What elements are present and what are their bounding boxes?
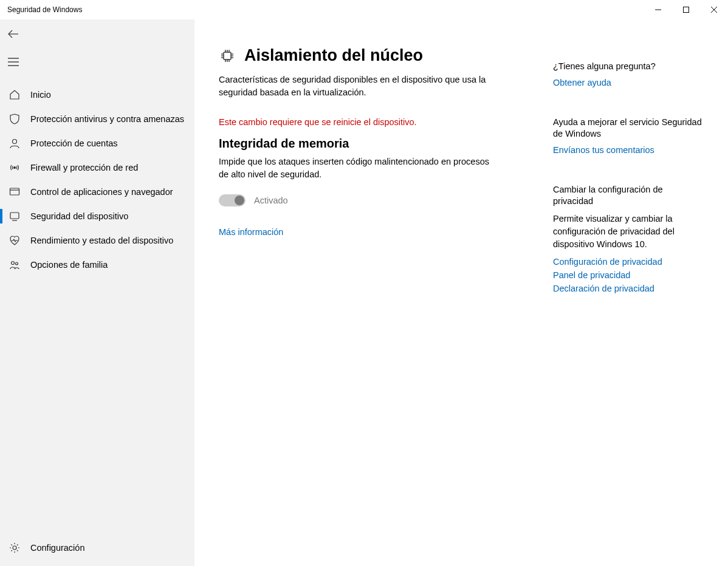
memory-integrity-toggle[interactable] [219,194,246,206]
feedback-title: Ayuda a mejorar el servicio Seguridad de… [553,117,705,140]
svg-rect-1 [684,7,689,13]
sidebar-item-family[interactable]: Opciones de familia [0,253,194,277]
window-controls [644,0,728,19]
title-bar: Seguridad de Windows [0,0,728,19]
sidebar-item-label: Inicio [30,90,51,100]
svg-rect-12 [10,213,19,219]
main-area: Aislamiento del núcleo Características d… [194,19,728,566]
get-help-link[interactable]: Obtener ayuda [553,78,705,87]
sidebar-item-appcontrol[interactable]: Control de aplicaciones y navegador [0,180,194,204]
feedback-group: Ayuda a mejorar el servicio Seguridad de… [553,117,705,155]
sidebar-item-firewall[interactable]: Firewall y protección de red [0,155,194,180]
content-column: Aislamiento del núcleo Características d… [219,32,529,566]
help-group: ¿Tienes alguna pregunta? Obtener ayuda [553,61,705,87]
sidebar-item-label: Firewall y protección de red [30,163,138,172]
sidebar-item-label: Control de aplicaciones y navegador [30,187,173,197]
maximize-button[interactable] [672,0,700,19]
help-title: ¿Tienes alguna pregunta? [553,61,705,73]
shield-icon [9,113,21,125]
page-title: Aislamiento del núcleo [244,46,423,65]
privacy-statement-link[interactable]: Declaración de privacidad [553,284,705,293]
sidebar-item-label: Protección de cuentas [30,138,117,148]
toggle-state-label: Activado [254,196,288,205]
gear-icon [9,542,21,554]
privacy-description: Permite visualizar y cambiar la configur… [553,213,705,251]
sidebar-item-home[interactable]: Inicio [0,83,194,107]
network-icon [9,162,21,174]
sidebar: Inicio Protección antivirus y contra ame… [0,19,194,566]
svg-rect-10 [10,188,19,195]
restart-warning: Este cambio requiere que se reinicie el … [219,117,529,127]
core-isolation-icon [219,47,236,64]
person-icon [9,137,21,149]
hamburger-button[interactable] [0,50,27,74]
window-title: Seguridad de Windows [7,5,82,14]
memory-integrity-heading: Integridad de memoria [219,137,529,151]
memory-integrity-description: Impide que los ataques inserten código m… [219,155,498,181]
toggle-knob [235,196,244,205]
family-icon [9,259,21,271]
svg-point-15 [16,262,18,265]
back-button[interactable] [0,22,27,46]
svg-point-8 [13,140,17,144]
privacy-group: Cambiar la configuración de privacidad P… [553,184,705,293]
home-icon [9,89,21,101]
close-button[interactable] [700,0,728,19]
sidebar-item-label: Protección antivirus y contra amenazas [30,114,184,124]
sidebar-item-label: Seguridad del dispositivo [30,211,128,221]
privacy-settings-link[interactable]: Configuración de privacidad [553,257,705,267]
sidebar-item-accounts[interactable]: Protección de cuentas [0,131,194,155]
more-info-link[interactable]: Más información [219,227,529,237]
privacy-dashboard-link[interactable]: Panel de privacidad [553,270,705,280]
minimize-button[interactable] [644,0,672,19]
sidebar-item-performance[interactable]: Rendimiento y estado del dispositivo [0,228,194,253]
page-header: Aislamiento del núcleo [219,46,529,65]
memory-integrity-toggle-row: Activado [219,194,529,206]
privacy-title: Cambiar la configuración de privacidad [553,184,705,208]
page-description: Características de seguridad disponibles… [219,73,498,99]
device-security-icon [9,210,21,222]
svg-point-16 [13,546,16,550]
svg-point-9 [14,167,16,169]
svg-rect-17 [224,52,231,60]
app-control-icon [9,186,21,198]
sidebar-settings[interactable]: Configuración [0,536,194,560]
heart-pulse-icon [9,234,21,247]
sidebar-item-device-security[interactable]: Seguridad del dispositivo [0,204,194,228]
aside-column: ¿Tienes alguna pregunta? Obtener ayuda A… [553,32,705,566]
sidebar-item-label: Opciones de familia [30,260,108,270]
sidebar-item-label: Rendimiento y estado del dispositivo [30,236,173,245]
svg-point-14 [12,262,15,265]
sidebar-item-antivirus[interactable]: Protección antivirus y contra amenazas [0,107,194,131]
sidebar-settings-label: Configuración [30,543,84,553]
send-feedback-link[interactable]: Envíanos tus comentarios [553,145,705,155]
